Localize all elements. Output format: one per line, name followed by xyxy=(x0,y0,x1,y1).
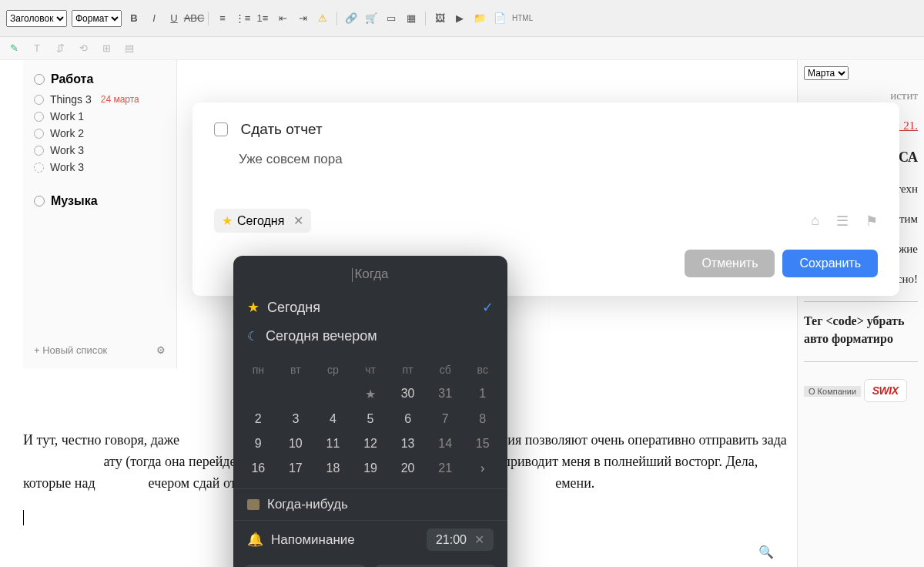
calendar-day[interactable]: 7 xyxy=(427,407,464,431)
calendar-day[interactable] xyxy=(314,381,352,407)
sidebar-item-label: Work 2 xyxy=(50,127,84,139)
month-select[interactable]: Марта xyxy=(804,66,849,80)
media-icon[interactable]: ▶ xyxy=(452,11,467,26)
calendar-day[interactable]: 11 xyxy=(314,431,352,456)
date-picker-panel: Когда ★ Сегодня ✓ ☾ Сегодня вечером пн в… xyxy=(233,256,507,567)
sidebar-group-music[interactable]: Музыка xyxy=(23,190,176,213)
calendar-day[interactable]: 19 xyxy=(352,456,390,481)
circle-icon xyxy=(34,129,44,139)
calendar-day[interactable]: 10 xyxy=(277,431,315,456)
align-left-icon[interactable]: ≡ xyxy=(215,11,230,26)
company-tag[interactable]: О Компании xyxy=(804,386,861,397)
calendar-day[interactable]: 30 xyxy=(389,381,427,407)
outdent-icon[interactable]: ⇤ xyxy=(275,11,290,26)
reminder-time-chip[interactable]: 21:00 ✕ xyxy=(427,528,494,551)
grid-icon[interactable]: ▦ xyxy=(403,11,419,26)
t3-icon[interactable]: ⟲ xyxy=(75,41,91,56)
cart-icon[interactable]: 🛒 xyxy=(363,11,379,26)
calendar-day[interactable]: 3 xyxy=(277,407,315,431)
brand-card[interactable]: SWIX xyxy=(864,379,907,402)
folder-icon[interactable]: 📁 xyxy=(472,11,487,26)
new-list-button[interactable]: + Новый список ⚙ xyxy=(23,340,176,361)
heading-select[interactable]: Заголовок xyxy=(6,10,67,27)
sidebar-group-work[interactable]: Работа xyxy=(23,68,176,91)
calendar-day[interactable]: 16 xyxy=(239,456,277,481)
clear-time-icon[interactable]: ✕ xyxy=(474,532,484,547)
calendar-day[interactable]: 14 xyxy=(427,431,464,456)
calendar-day[interactable]: 13 xyxy=(389,431,427,456)
window-icon[interactable]: ▭ xyxy=(383,11,399,26)
calendar-day[interactable] xyxy=(277,381,315,407)
calendar-next-icon[interactable]: › xyxy=(464,456,501,481)
calendar-day[interactable]: 18 xyxy=(314,456,352,481)
star-icon: ★ xyxy=(222,213,233,228)
link-icon[interactable]: 🔗 xyxy=(343,11,359,26)
sidebar-item-label: Work 3 xyxy=(50,161,84,173)
folder-icon xyxy=(34,74,45,85)
sidebar-group-label: Работа xyxy=(51,72,93,86)
list-ul-icon[interactable]: ⋮≡ xyxy=(235,11,250,26)
calendar-day-today[interactable]: ★ xyxy=(352,381,390,407)
right-article-link[interactable]: Тег <code> убрать авто форматиро xyxy=(804,313,918,347)
t4-icon[interactable]: ⊞ xyxy=(99,41,114,56)
tag-icon[interactable]: ⌂ xyxy=(811,213,819,230)
underline-icon[interactable]: U xyxy=(166,11,182,26)
indent-icon[interactable]: ⇥ xyxy=(295,11,310,26)
list-ol-icon[interactable]: 1≡ xyxy=(255,11,270,26)
t1-icon[interactable]: T xyxy=(29,41,45,56)
format-select[interactable]: Формат xyxy=(72,10,122,27)
calendar-day[interactable]: 12 xyxy=(352,431,390,456)
cancel-button[interactable]: Отменить xyxy=(685,250,775,277)
image-icon[interactable]: 🖼 xyxy=(432,11,447,26)
sidebar-item-work2[interactable]: Work 2 xyxy=(23,125,176,142)
italic-icon[interactable]: I xyxy=(146,11,162,26)
option-label: Сегодня xyxy=(267,300,320,316)
calendar-day[interactable]: 9 xyxy=(239,431,277,456)
compose-icon[interactable]: ✎ xyxy=(6,41,22,56)
calendar-day[interactable]: 5 xyxy=(352,407,390,431)
option-someday[interactable]: Когда-нибудь xyxy=(233,488,507,521)
folder-icon xyxy=(34,196,45,206)
calendar-day[interactable]: 17 xyxy=(277,456,315,481)
warning-icon[interactable]: ⚠ xyxy=(315,11,330,26)
sidebar-item-work3b[interactable]: Work 3 xyxy=(23,159,176,176)
article-text: И тут, честно говоря, даже xyxy=(23,432,179,448)
calendar-day[interactable]: 6 xyxy=(389,407,427,431)
calendar-day[interactable]: 20 xyxy=(389,456,427,481)
checklist-icon[interactable]: ☰ xyxy=(836,213,849,230)
when-search-input[interactable]: Когда xyxy=(233,256,507,293)
calendar-day[interactable]: 4 xyxy=(314,407,352,431)
flag-icon[interactable]: ⚑ xyxy=(865,213,878,230)
when-tag-chip[interactable]: ★ Сегодня ✕ xyxy=(214,209,311,233)
calendar-day[interactable]: 15 xyxy=(464,431,501,456)
bell-icon: 🔔 xyxy=(247,532,263,548)
strike-icon[interactable]: ABC xyxy=(186,11,202,26)
html-label[interactable]: HTML xyxy=(512,11,533,26)
sidebar-item-things3[interactable]: Things 3 24 марта xyxy=(23,91,176,108)
task-note[interactable]: Уже совсем пора xyxy=(239,152,878,167)
sidebar-item-work1[interactable]: Work 1 xyxy=(23,108,176,125)
t2-icon[interactable]: ⇵ xyxy=(52,41,68,56)
calendar-day[interactable]: 2 xyxy=(239,407,277,431)
option-today[interactable]: ★ Сегодня ✓ xyxy=(233,293,507,322)
things-sidebar: Работа Things 3 24 марта Work 1 Work 2 W… xyxy=(23,60,177,368)
option-label: Сегодня вечером xyxy=(266,328,377,344)
search-icon[interactable]: 🔍 xyxy=(758,545,774,559)
sidebar-item-work3[interactable]: Work 3 xyxy=(23,142,176,159)
calendar-day[interactable]: 8 xyxy=(464,407,501,431)
t5-icon[interactable]: ▤ xyxy=(122,41,137,56)
remove-tag-icon[interactable]: ✕ xyxy=(293,213,303,228)
task-title[interactable]: Сдать отчет xyxy=(240,121,322,138)
option-tonight[interactable]: ☾ Сегодня вечером xyxy=(233,322,507,351)
settings-icon[interactable]: ⚙ xyxy=(156,344,166,356)
page-icon[interactable]: 📄 xyxy=(492,11,507,26)
calendar-day[interactable]: 31 xyxy=(427,381,464,407)
task-checkbox[interactable] xyxy=(214,122,228,136)
save-button[interactable]: Сохранить xyxy=(782,250,878,277)
sidebar-group-label: Музыка xyxy=(51,194,98,208)
calendar-day[interactable]: 1 xyxy=(464,381,501,407)
right-text: истит xyxy=(804,88,918,104)
calendar-day[interactable]: 21 xyxy=(427,456,464,481)
bold-icon[interactable]: B xyxy=(126,11,142,26)
calendar-day[interactable] xyxy=(239,381,277,407)
